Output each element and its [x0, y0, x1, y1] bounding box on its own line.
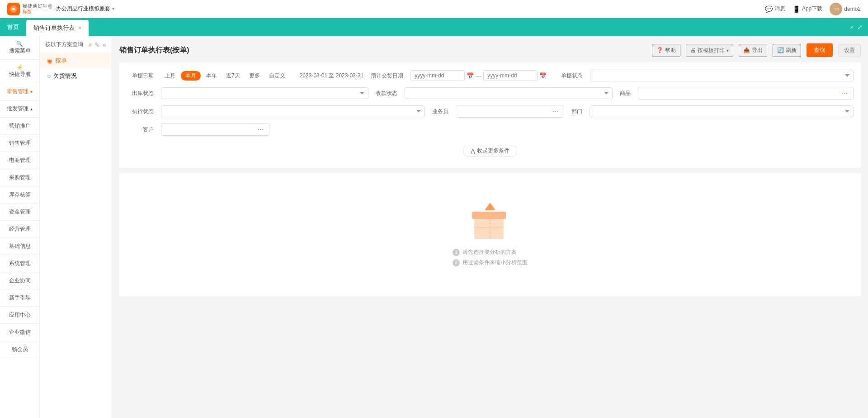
export-button[interactable]: 📤 导出 [739, 44, 767, 57]
collapse-panel-button[interactable]: « [103, 41, 106, 48]
sidebar: 🔍 搜索菜单 ⚡ 快捷导航 零售管理 ▾ 批发管理 ▴ 营销推广 销售管理 电商… [0, 36, 40, 418]
refresh-button[interactable]: 🔄 刷新 [773, 44, 801, 57]
filter-row-3: 执行状态 业务员 ··· 部门 [127, 105, 854, 118]
filter-row-1: 单据日期 上月 本月 本年 近7天 更多 自定义 2023-03-01 至 20… [127, 70, 854, 81]
date-tab-more[interactable]: 更多 [245, 71, 264, 81]
sidebar-item-system[interactable]: 系统管理 [0, 255, 39, 272]
calendar-icon-end: 📅 [539, 72, 547, 79]
dept-select[interactable] [590, 105, 854, 117]
filter-row-4: 客户 ··· [127, 123, 854, 136]
help-button[interactable]: ❓ 帮助 [652, 44, 680, 57]
sidebar-item-purchase[interactable]: 采购管理 [0, 169, 39, 186]
exec-select-wrapper [161, 105, 425, 117]
goods-more-icon[interactable]: ··· [840, 89, 849, 97]
date-tabs: 上月 本月 本年 近7天 更多 自定义 [161, 71, 289, 81]
predict-date-label: 预计交货日期 [371, 72, 403, 80]
date-range-text: 2023-03-01 至 2023-03-31 [300, 72, 363, 80]
sidebar-item-new-user[interactable]: 新手引导 [0, 290, 39, 307]
filter-row-2: 出库状态 收款状态 商品 ··· [127, 87, 854, 100]
receipt-select[interactable] [405, 87, 612, 99]
dept-select-wrapper [590, 105, 854, 117]
sidebar-item-wholesale[interactable]: 批发管理 ▴ [0, 100, 39, 118]
sidebar-item-enterprise-wechat[interactable]: 企业微信 [0, 324, 39, 341]
user-profile[interactable]: Ea demo2 [830, 3, 861, 15]
tab-home[interactable]: 首页 [0, 18, 26, 36]
add-scheme-button[interactable]: + [88, 41, 92, 48]
date-tab-7days[interactable]: 近7天 [222, 71, 244, 81]
message-button[interactable]: 💬 消息 [765, 5, 785, 13]
empty-state: 1 请先选择要分析的方案 2 用过滤条件来缩小分析范围 [119, 173, 861, 296]
salesman-input-wrapper: ··· [456, 105, 564, 118]
sidebar-item-retail[interactable]: 零售管理 ▾ [0, 83, 39, 100]
sidebar-quick-nav[interactable]: ⚡ 快捷导航 [0, 60, 39, 83]
page-title-bar: 销售订单执行表(按单) ❓ 帮助 🖨 按模板打印 📤 导出 🔄 刷新 [119, 43, 861, 57]
receipt-label: 收款状态 [376, 90, 397, 97]
predict-date-start[interactable] [410, 70, 465, 81]
empty-text: 1 请先选择要分析的方案 2 用过滤条件来缩小分析范围 [453, 248, 528, 269]
sidebar-item-basic[interactable]: 基础信息 [0, 238, 39, 255]
scheme-item-backorder[interactable]: ○ 欠货情况 [40, 68, 112, 84]
salesman-input[interactable] [460, 108, 549, 114]
app-download-button[interactable]: 📱 App下载 [793, 5, 822, 13]
tab-sales-order[interactable]: 销售订单执行表 × [26, 20, 89, 36]
sidebar-item-finance[interactable]: 资金管理 [0, 204, 39, 221]
predict-date-range: 📅 — 📅 [410, 70, 547, 81]
empty-hint-1: 1 请先选择要分析的方案 [453, 248, 528, 256]
print-button[interactable]: 🖨 按模板打印 [686, 44, 733, 57]
sidebar-item-ecommerce[interactable]: 电商管理 [0, 152, 39, 169]
receipt-select-wrapper [405, 87, 612, 99]
empty-illustration [467, 200, 513, 241]
scheme-item-order[interactable]: ◉ 按单 [40, 53, 112, 68]
sidebar-item-operations[interactable]: 经营管理 [0, 221, 39, 238]
settings-button[interactable]: 设置 [838, 44, 861, 57]
status-label: 单据状态 [561, 72, 583, 80]
calendar-icon-start: 📅 [467, 72, 474, 79]
hint-num-2: 2 [453, 259, 460, 266]
sidebar-item-inventory[interactable]: 库存核算 [0, 186, 39, 204]
window-close-icon[interactable]: × [850, 24, 854, 31]
exec-select[interactable] [161, 105, 425, 117]
print-dropdown-icon [726, 48, 729, 53]
top-bar-left: 畅捷通好生意 标版 办公用品行业模拟账套 [7, 3, 114, 15]
window-expand-icon[interactable]: ⤢ [857, 24, 863, 31]
top-bar-right: 💬 消息 📱 App下载 Ea demo2 [765, 3, 861, 15]
outbound-select[interactable] [161, 87, 368, 99]
customer-input[interactable] [165, 126, 254, 133]
main-layout: 🔍 搜索菜单 ⚡ 快捷导航 零售管理 ▾ 批发管理 ▴ 营销推广 销售管理 电商… [0, 36, 868, 418]
goods-input[interactable] [642, 90, 838, 96]
logo-area: 畅捷通好生意 标版 [7, 3, 52, 15]
salesman-more-icon[interactable]: ··· [551, 107, 560, 115]
query-button[interactable]: 查询 [807, 43, 833, 57]
sidebar-item-marketing[interactable]: 营销推广 [0, 118, 39, 135]
export-icon: 📤 [743, 47, 750, 53]
panel-header: 按以下方案查询 + ✎ « [40, 36, 112, 53]
predict-date-end[interactable] [483, 70, 538, 81]
outbound-select-wrapper [161, 87, 368, 99]
status-select[interactable] [590, 70, 854, 81]
date-tab-this-month[interactable]: 本月 [181, 71, 201, 81]
help-icon: ❓ [656, 47, 663, 53]
collapse-icon: ⋀ [471, 148, 475, 154]
scheme-active-icon: ◉ [47, 57, 52, 64]
sidebar-item-app-center[interactable]: 应用中心 [0, 307, 39, 324]
edit-scheme-button[interactable]: ✎ [94, 41, 100, 48]
goods-input-wrapper: ··· [638, 87, 854, 100]
empty-hint-2: 2 用过滤条件来缩小分析范围 [453, 259, 528, 266]
sidebar-search-menu[interactable]: 🔍 搜索菜单 [0, 36, 39, 60]
sidebar-item-member[interactable]: 畅会员 [0, 341, 39, 358]
sidebar-item-sales[interactable]: 销售管理 [0, 135, 39, 152]
industry-select[interactable]: 办公用品行业模拟账套 [56, 5, 114, 13]
dept-label: 部门 [571, 108, 582, 115]
date-tab-custom[interactable]: 自定义 [265, 71, 289, 81]
logo-text: 畅捷通好生意 标版 [23, 3, 52, 14]
collapse-button[interactable]: ⋀ 收起更多条件 [463, 145, 517, 157]
page-title: 销售订单执行表(按单) [119, 46, 189, 55]
panel-icons: + ✎ « [88, 41, 106, 48]
tab-close-icon[interactable]: × [78, 25, 81, 31]
customer-more-icon[interactable]: ··· [256, 125, 265, 133]
date-tab-this-year[interactable]: 本年 [203, 71, 221, 81]
date-tab-last-month[interactable]: 上月 [161, 71, 179, 81]
svg-rect-2 [472, 212, 506, 219]
message-icon: 💬 [765, 5, 773, 13]
sidebar-item-enterprise-collab[interactable]: 企业协同 [0, 272, 39, 290]
